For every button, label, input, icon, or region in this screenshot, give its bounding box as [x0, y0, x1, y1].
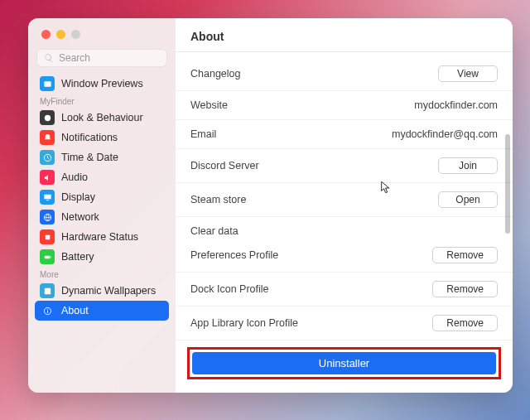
sidebar: Search Window Previews MyFinder Look & B… — [28, 18, 176, 393]
sidebar-item-label: Network — [61, 211, 99, 223]
uninstaller-highlight: Uninstaller — [187, 347, 501, 379]
sidebar-item-notifications[interactable]: Notifications — [35, 128, 169, 147]
svg-rect-6 — [45, 234, 50, 239]
svg-rect-0 — [44, 81, 51, 86]
sidebar-item-about[interactable]: About — [35, 301, 169, 321]
notifications-icon — [40, 130, 55, 145]
sidebar-item-label: Hardware Status — [61, 231, 138, 243]
sidebar-item-audio[interactable]: Audio — [35, 167, 169, 187]
about-row-email: Emailmydockfinder@qq.com — [176, 120, 513, 149]
cleardata-row-preferences-profile: Preferences ProfileRemove — [176, 239, 513, 273]
clear-data-header: Clear data — [176, 217, 513, 239]
time-date-icon — [40, 150, 55, 165]
sidebar-item-window-previews[interactable]: Window Previews — [35, 74, 169, 94]
section-myfinder: MyFinder — [28, 94, 176, 108]
sidebar-item-network[interactable]: Network — [35, 207, 169, 227]
look-behaviour-icon — [40, 110, 55, 125]
about-row-steam-store: Steam storeOpen — [176, 183, 513, 217]
row-label: Dock Icon Profile — [190, 283, 268, 295]
cleardata-row-app-library-icon-profile: App Library Icon ProfileRemove — [176, 307, 513, 340]
sidebar-item-label: Time & Date — [61, 152, 118, 163]
battery-icon — [40, 249, 55, 264]
row-label: App Library Icon Profile — [190, 317, 298, 329]
row-value: mydockfinder.com — [414, 99, 498, 111]
row-value: mydockfinder@qq.com — [392, 128, 498, 140]
svg-point-1 — [44, 114, 50, 120]
zoom-icon[interactable] — [71, 30, 80, 39]
about-row-discord-server: Discord ServerJoin — [176, 149, 513, 183]
open-button[interactable]: Open — [438, 191, 498, 208]
row-label: Discord Server — [190, 160, 259, 171]
network-icon — [40, 210, 55, 224]
join-button[interactable]: Join — [438, 157, 498, 174]
row-label: Changelog — [190, 68, 240, 80]
svg-rect-7 — [44, 255, 49, 258]
display-icon — [40, 190, 55, 205]
scrollbar-thumb[interactable] — [505, 134, 510, 234]
svg-rect-9 — [44, 287, 50, 293]
sidebar-item-label: Look & Behaviour — [61, 112, 143, 123]
remove-button[interactable]: Remove — [432, 281, 498, 297]
row-label: Email — [190, 128, 216, 140]
sidebar-item-label: Window Previews — [61, 78, 143, 89]
sidebar-item-label: Battery — [61, 251, 94, 263]
sidebar-item-label: Display — [61, 191, 95, 203]
sidebar-item-look-behaviour[interactable]: Look & Behaviour — [35, 108, 169, 128]
sidebar-item-dynamic-wallpapers[interactable]: Dynamic Wallpapers — [35, 281, 169, 301]
sidebar-item-hardware-status[interactable]: Hardware Status — [35, 227, 169, 247]
remove-button[interactable]: Remove — [432, 315, 498, 331]
about-row-changelog: ChangelogView — [176, 57, 513, 91]
view-button[interactable]: View — [438, 65, 498, 82]
dynamic-wallpapers-icon — [40, 283, 55, 298]
svg-rect-11 — [47, 310, 48, 312]
main-panel: About ChangelogViewWebsitemydockfinder.c… — [176, 18, 513, 393]
about-row-website: Websitemydockfinder.com — [176, 91, 513, 120]
svg-rect-12 — [47, 308, 48, 309]
sidebar-item-display[interactable]: Display — [35, 187, 169, 207]
sidebar-item-battery[interactable]: Battery — [35, 247, 169, 267]
sidebar-item-label: Audio — [61, 171, 88, 183]
cleardata-row-dock-icon-profile: Dock Icon ProfileRemove — [176, 273, 513, 307]
content-scroll[interactable]: ChangelogViewWebsitemydockfinder.comEmai… — [176, 52, 513, 393]
audio-icon — [40, 170, 55, 185]
sidebar-item-time-date[interactable]: Time & Date — [35, 147, 169, 167]
close-icon[interactable] — [41, 30, 51, 39]
window-previews-icon — [40, 76, 55, 91]
svg-rect-8 — [50, 256, 51, 258]
page-title: About — [176, 18, 513, 52]
window-controls — [28, 30, 176, 49]
row-label: Website — [190, 99, 228, 111]
row-label: Preferences Profile — [190, 249, 278, 261]
preferences-window: Search Window Previews MyFinder Look & B… — [28, 18, 513, 393]
sidebar-item-label: Dynamic Wallpapers — [61, 285, 156, 297]
search-input[interactable]: Search — [36, 49, 167, 67]
minimize-icon[interactable] — [56, 30, 65, 39]
about-icon — [40, 303, 55, 318]
clear-data-label: Clear data — [190, 225, 238, 237]
sidebar-item-label: About — [61, 305, 89, 316]
uninstaller-button[interactable]: Uninstaller — [192, 352, 496, 374]
remove-button[interactable]: Remove — [432, 247, 498, 263]
row-label: Steam store — [190, 194, 246, 205]
section-more: More — [28, 267, 176, 281]
svg-rect-4 — [46, 200, 49, 200]
search-placeholder: Search — [59, 52, 90, 64]
sidebar-item-label: Notifications — [61, 132, 118, 143]
search-icon — [44, 53, 54, 63]
scrollbar[interactable] — [505, 68, 510, 384]
hardware-status-icon — [40, 229, 55, 244]
svg-rect-3 — [44, 194, 51, 199]
